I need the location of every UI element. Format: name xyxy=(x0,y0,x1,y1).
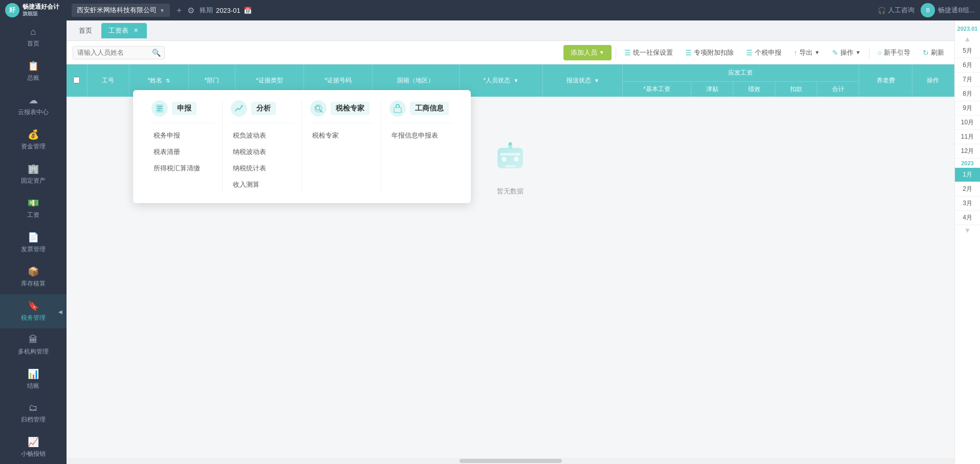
menu-item-income-calc[interactable]: 收入测算 xyxy=(231,176,293,193)
svg-point-6 xyxy=(509,142,512,145)
service-label: 人工咨询 xyxy=(888,6,914,15)
menu-item-tax-stat-table[interactable]: 纳税统计表 xyxy=(231,160,293,176)
cal-month-12[interactable]: 12月 xyxy=(955,144,980,159)
cal-month-6[interactable]: 6月 xyxy=(955,58,980,73)
tab-salary-table[interactable]: 工资表 ✕ xyxy=(101,23,147,38)
sidebar-label-assets: 固定资产 xyxy=(21,176,46,185)
sidebar-item-inventory[interactable]: 📦 库存核算 xyxy=(0,260,67,294)
menu-item-income-tax-calc[interactable]: 所得税汇算清缴 xyxy=(151,160,214,176)
sidebar-label-report: 小畅报销 xyxy=(21,450,46,458)
company-selector[interactable]: 西安虾米网络科技有限公司 ▼ xyxy=(72,4,170,17)
select-all-checkbox[interactable] xyxy=(73,77,80,83)
tab-home[interactable]: 首页 xyxy=(72,23,99,38)
menu-item-tax-declaration[interactable]: 税务申报 xyxy=(151,127,214,144)
sidebar: ⌂ 首页 📋 总账 ☁ 云报表中心 💰 资金管理 🏢 固定资产 💵 工资 📄 发… xyxy=(0,20,67,464)
menu-item-tax-fluctuation[interactable]: 纳税波动表 xyxy=(231,144,293,160)
menu-item-tax-form[interactable]: 税表清册 xyxy=(151,144,214,160)
col-base-salary: *基本工资 xyxy=(622,82,691,97)
declaration-section-title-bg: 申报 xyxy=(172,102,197,115)
archive-icon: 🗂 xyxy=(29,403,38,413)
special-deduct-icon: ☰ xyxy=(685,49,692,57)
cal-month-10[interactable]: 10月 xyxy=(955,116,980,130)
business-info-section-title-bg: 工商信息 xyxy=(410,102,449,115)
action-special-deduct[interactable]: ☰ 专项附加扣除 xyxy=(681,46,738,59)
menu-section-declaration: 申报 税务申报 税表清册 所得税汇算清缴 xyxy=(143,100,223,193)
sidebar-item-archive[interactable]: 🗂 归档管理 xyxy=(0,396,67,430)
cal-month-4[interactable]: 4月 xyxy=(955,211,980,225)
tax-return-icon: ☰ xyxy=(746,49,753,57)
settings-icon[interactable]: ⚙ xyxy=(187,6,194,15)
user-name: 畅捷通B组... xyxy=(938,6,975,15)
assets-icon: 🏢 xyxy=(28,163,39,174)
search-input[interactable] xyxy=(77,49,149,56)
cal-month-5[interactable]: 5月 xyxy=(955,44,980,58)
svg-point-10 xyxy=(316,106,320,110)
svg-point-3 xyxy=(514,157,519,162)
cal-month-3[interactable]: 3月 xyxy=(955,196,980,211)
action-operate[interactable]: ✎ 操作 ▼ xyxy=(828,46,865,59)
sidebar-item-multi[interactable]: 🏛 多机构管理 xyxy=(0,328,67,362)
cal-scroll-up-icon[interactable]: ▲ xyxy=(963,34,972,44)
sidebar-item-tax[interactable]: 🔖 税务管理 ◀ xyxy=(0,294,67,328)
analysis-section-title: 分析 xyxy=(256,104,271,112)
menu-item-tax-burden-table[interactable]: 税负波动表 xyxy=(231,127,293,144)
user-badge[interactable]: B 畅捷通B组... xyxy=(921,3,975,17)
sidebar-item-ledger[interactable]: 📋 总账 xyxy=(0,54,67,89)
content-area: 首页 工资表 ✕ 🔍 添加人员 ▼ ☰ 统一社保设置 xyxy=(67,20,954,464)
cal-month-9[interactable]: 9月 xyxy=(955,101,980,116)
add-employee-button[interactable]: 添加人员 ▼ xyxy=(563,45,612,60)
menu-section-business-info-header: 工商信息 xyxy=(389,100,452,123)
sidebar-label-cloud: 云报表中心 xyxy=(18,108,49,117)
action-guide[interactable]: ○ 新手引导 xyxy=(874,46,914,59)
report-status-filter-icon[interactable]: ▼ xyxy=(594,78,599,83)
sidebar-item-assets[interactable]: 🏢 固定资产 xyxy=(0,157,67,191)
menu-section-tax-expert: 税检专家 税检专家 xyxy=(302,100,381,193)
salary-icon: 💵 xyxy=(28,197,39,209)
svg-rect-1 xyxy=(500,153,520,156)
action-export-label: 导出 xyxy=(799,48,813,57)
col-employee-id: 工号 xyxy=(87,64,129,97)
calendar-icon[interactable]: 📅 xyxy=(244,7,252,14)
add-company-icon[interactable]: ＋ xyxy=(175,5,183,16)
top-bar-right: 🎧 人工咨询 B 畅捷通B组... xyxy=(878,3,975,17)
cal-month-1[interactable]: 1月 xyxy=(955,168,980,182)
action-refresh[interactable]: ↻ 刷新 xyxy=(919,46,948,59)
menu-item-tax-expert[interactable]: 税检专家 xyxy=(310,127,373,144)
svg-rect-4 xyxy=(505,165,515,167)
cal-month-2[interactable]: 2月 xyxy=(955,182,980,196)
name-sort-icon[interactable]: ⇅ xyxy=(166,78,170,83)
inventory-icon: 📦 xyxy=(28,266,39,277)
sidebar-label-ledger: 总账 xyxy=(27,74,39,82)
cal-header: 2023.01 xyxy=(957,24,978,34)
tab-close-icon[interactable]: ✕ xyxy=(132,27,140,35)
sidebar-item-fund[interactable]: 💰 资金管理 xyxy=(0,123,67,157)
cal-month-7[interactable]: 7月 xyxy=(955,73,980,87)
sidebar-item-settle[interactable]: 📊 结账 xyxy=(0,362,67,396)
sidebar-item-report[interactable]: 📈 小畅报销 xyxy=(0,430,67,464)
col-performance: 绩效 xyxy=(733,82,775,97)
app-logo-icon: 好 xyxy=(5,3,19,17)
menu-section-tax-expert-header: 税检专家 xyxy=(310,100,373,123)
sidebar-item-salary[interactable]: 💵 工资 xyxy=(0,191,67,226)
scrollbar-thumb[interactable] xyxy=(460,459,562,463)
menu-item-annual-report[interactable]: 年报信息申报表 xyxy=(389,127,452,144)
person-status-filter-icon[interactable]: ▼ xyxy=(514,78,519,83)
customer-service[interactable]: 🎧 人工咨询 xyxy=(878,6,914,15)
action-social-security[interactable]: ☰ 统一社保设置 xyxy=(620,46,677,59)
export-arrow-icon: ▼ xyxy=(815,50,820,55)
multi-icon: 🏛 xyxy=(29,335,38,345)
cal-month-11[interactable]: 11月 xyxy=(955,130,980,144)
cal-scroll-down-icon[interactable]: ▼ xyxy=(963,225,972,235)
action-tax-return[interactable]: ☰ 个税申报 xyxy=(742,46,786,59)
table-scrollbar[interactable] xyxy=(67,458,954,464)
refresh-icon: ↻ xyxy=(923,49,929,57)
sidebar-item-cloud[interactable]: ☁ 云报表中心 xyxy=(0,89,67,123)
svg-rect-11 xyxy=(394,107,401,113)
sidebar-item-home[interactable]: ⌂ 首页 xyxy=(0,20,67,54)
sidebar-label-archive: 归档管理 xyxy=(21,415,46,424)
action-export[interactable]: ↑ 导出 ▼ xyxy=(790,46,824,59)
sidebar-item-invoice[interactable]: 📄 发票管理 xyxy=(0,226,67,260)
sidebar-label-invoice: 发票管理 xyxy=(21,245,46,254)
cal-month-8[interactable]: 8月 xyxy=(955,87,980,101)
headset-icon: 🎧 xyxy=(878,7,886,14)
